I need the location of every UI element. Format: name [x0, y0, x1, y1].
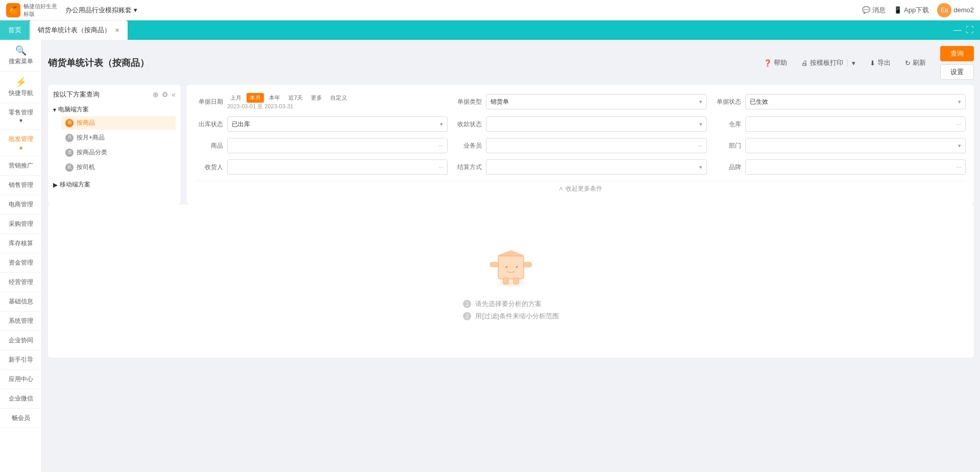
settings-button[interactable]: 设置: [940, 64, 974, 80]
recipient-filter-control[interactable]: ···: [227, 159, 448, 175]
status-filter-field: 单据状态 已生效 ▾: [713, 94, 966, 109]
export-button[interactable]: ⬇ 导出: [866, 56, 895, 69]
type-filter-control[interactable]: 销货单 ▾: [486, 94, 706, 109]
payment-method-filter-control[interactable]: ▾: [486, 159, 706, 175]
app-selector[interactable]: 办公用品行业模拟账套 ▾: [61, 4, 141, 17]
tab-minimize-icon[interactable]: —: [953, 26, 962, 35]
sidebar-item-marketing[interactable]: 营销推广: [0, 156, 41, 176]
brand-filter-control[interactable]: ···: [745, 159, 966, 175]
tab-close-icon[interactable]: ✕: [115, 27, 119, 34]
sidebar-item-member[interactable]: 畅会员: [0, 409, 41, 428]
user-profile[interactable]: Ea demo2: [937, 3, 974, 17]
warehouse-filter-control[interactable]: ···: [745, 116, 966, 132]
top-header: 🍊 畅捷信好生意 标版 办公用品行业模拟账套 ▾ 💬 消息 📱 App下载 Ea…: [0, 0, 980, 20]
product-label: 商品: [195, 141, 223, 150]
page-title-bar: 销货单统计表（按商品） ❓ 帮助 🖨 按模板打印 ▾ ⬇ 导出: [48, 46, 974, 80]
status-arrow-icon: ▾: [958, 99, 961, 105]
query-button[interactable]: 查询: [940, 46, 974, 61]
report-tab-label: 销货单统计表（按商品）: [38, 26, 111, 35]
sidebar-item-coop[interactable]: 企业协同: [0, 331, 41, 350]
tab-home[interactable]: 首页: [0, 20, 30, 40]
sidebar-item-sales[interactable]: 销售管理: [0, 176, 41, 195]
filter-row-3: 商品 ··· 业务员 ···: [195, 138, 966, 153]
filter-row-2: 出库状态 已出库 ▾ 收款状态 ▾: [195, 116, 966, 132]
scheme-item-by-category[interactable]: 类 按商品分类: [61, 146, 176, 159]
sidebar-item-system[interactable]: 系统管理: [0, 312, 41, 331]
salesperson-filter-control[interactable]: ···: [486, 138, 706, 153]
out-status-filter-field: 出库状态 已出库 ▾: [195, 116, 448, 132]
scheme-item-by-product[interactable]: 商 按商品: [61, 116, 176, 130]
recipient-more-icon: ···: [438, 164, 443, 170]
product-filter-field: 商品 ···: [195, 138, 448, 153]
scheme-item-by-month-product[interactable]: 月 按月+商品: [61, 131, 176, 145]
payment-method-arrow-icon: ▾: [699, 164, 702, 171]
scheme-settings-icon[interactable]: ⚙: [162, 90, 168, 99]
app-download-button[interactable]: 📱 App下载: [894, 6, 929, 15]
tip-num-2: 2: [463, 312, 471, 320]
sidebar-item-retail[interactable]: 零售管理 ▾: [0, 103, 41, 130]
page-title: 销货单统计表（按商品）: [48, 57, 149, 69]
date-btn-this-year[interactable]: 本年: [266, 93, 283, 103]
sidebar-item-inventory[interactable]: 库存核算: [0, 234, 41, 253]
tab-maximize-icon[interactable]: ⛶: [966, 26, 974, 35]
refresh-button[interactable]: ↻ 刷新: [901, 56, 930, 69]
filter-layout: 按以下方案查询 ⊕ ⚙ « ▾ 电脑端方案: [48, 85, 974, 204]
salesperson-filter-field: 业务员 ···: [454, 138, 706, 153]
department-arrow-icon: ▾: [958, 143, 961, 149]
payment-status-filter-control[interactable]: ▾: [486, 116, 706, 132]
message-button[interactable]: 💬 消息: [862, 6, 886, 15]
date-btn-custom[interactable]: 自定义: [327, 93, 350, 103]
svg-rect-7: [491, 263, 498, 267]
search-icon: 🔍: [2, 45, 39, 56]
department-filter-control[interactable]: ▾: [745, 138, 966, 153]
sidebar-item-purchase[interactable]: 采购管理: [0, 215, 41, 234]
date-btn-last-month[interactable]: 上月: [227, 93, 244, 103]
chevron-right-icon: ▾: [53, 106, 56, 113]
right-filter-panel: 单据日期 上月 本月 本年 近7天 更多 自定义 20: [187, 85, 974, 204]
out-status-filter-control[interactable]: 已出库 ▾: [227, 116, 448, 132]
payment-status-arrow-icon: ▾: [699, 121, 702, 128]
date-btn-7days[interactable]: 近7天: [285, 93, 306, 103]
sidebar-item-finance[interactable]: 资金管理: [0, 253, 41, 273]
date-range-text: 2023-03-01 至 2023-03-31: [227, 103, 448, 110]
scheme-list: 商 按商品 月 按月+商品 类 按商品分类: [53, 116, 176, 174]
sidebar-item-wholesale[interactable]: 批发管理 ▴: [0, 130, 41, 156]
sidebar-search[interactable]: 🔍 搜索菜单: [0, 40, 41, 72]
status-filter-control[interactable]: 已生效 ▾: [745, 94, 966, 109]
collapse-button[interactable]: ∧ 收起更多条件: [195, 181, 966, 196]
brand-more-icon: ···: [957, 164, 961, 170]
sidebar-item-ecommerce[interactable]: 电商管理: [0, 195, 41, 215]
type-value: 销货单: [491, 98, 697, 106]
desktop-scheme-header[interactable]: ▾ 电脑端方案: [53, 103, 176, 116]
payment-method-filter-field: 结算方式 ▾: [454, 159, 706, 175]
mobile-scheme-header[interactable]: ▶ 移动端方案: [53, 178, 176, 191]
sidebar-item-operation[interactable]: 经营管理: [0, 273, 41, 292]
scheme-panel-actions: ⊕ ⚙ «: [153, 90, 176, 99]
department-filter-field: 部门 ▾: [713, 138, 966, 153]
warehouse-more-icon: ···: [957, 121, 961, 127]
product-filter-control[interactable]: ···: [227, 138, 448, 153]
header-left: 🍊 畅捷信好生意 标版 办公用品行业模拟账套 ▾: [6, 3, 141, 17]
date-btn-more[interactable]: 更多: [308, 93, 325, 103]
filter-row-1: 单据日期 上月 本月 本年 近7天 更多 自定义 20: [195, 93, 966, 110]
sidebar-item-wechat[interactable]: 企业微信: [0, 389, 41, 409]
print-arrow-icon: ▾: [852, 59, 855, 67]
sidebar-item-guide[interactable]: 新手引导: [0, 350, 41, 370]
sidebar-item-quick-nav[interactable]: ⚡ 快捷导航: [0, 72, 41, 103]
empty-state: 1 请先选择要分析的方案 2 用[过滤]条件来缩小分析范围: [48, 207, 974, 355]
sidebar-item-apps[interactable]: 应用中心: [0, 370, 41, 389]
sidebar: 🔍 搜索菜单 ⚡ 快捷导航 零售管理 ▾ 批发管理 ▴ 营销推广 销售管理 电商…: [0, 40, 42, 472]
date-btn-this-month[interactable]: 本月: [247, 93, 264, 103]
svg-rect-8: [524, 263, 531, 267]
tab-report[interactable]: 销货单统计表（按商品） ✕: [30, 20, 128, 40]
scheme-collapse-icon[interactable]: «: [172, 90, 176, 99]
help-button[interactable]: ❓ 帮助: [760, 56, 791, 69]
scheme-item-by-cashier[interactable]: 机 按司机: [61, 160, 176, 174]
sidebar-item-basic[interactable]: 基础信息: [0, 292, 41, 312]
type-arrow-icon: ▾: [699, 99, 702, 105]
separator: [847, 59, 848, 66]
empty-tip-1: 1 请先选择要分析的方案: [463, 299, 558, 309]
empty-tip-2: 2 用[过滤]条件来缩小分析范围: [463, 312, 558, 321]
scheme-add-icon[interactable]: ⊕: [153, 90, 159, 99]
print-button[interactable]: 🖨 按模板打印 ▾: [797, 56, 860, 69]
